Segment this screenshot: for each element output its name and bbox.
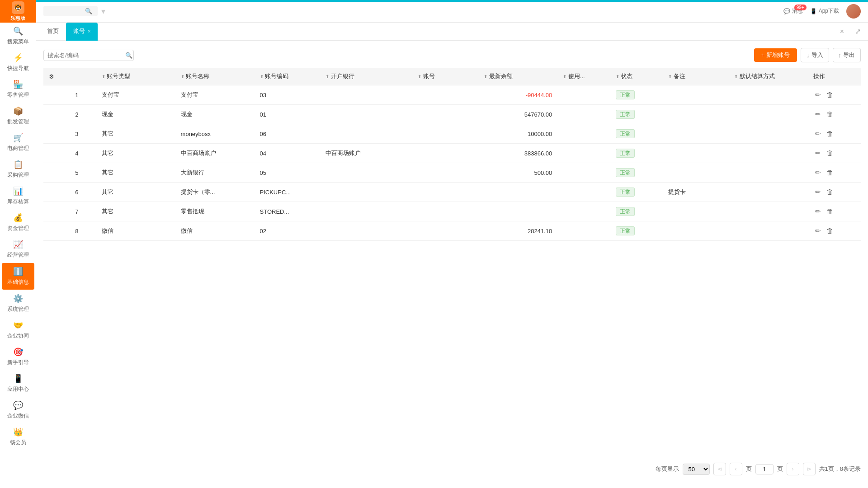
row-bank bbox=[320, 105, 412, 124]
delete-button[interactable]: 🗑 bbox=[825, 226, 835, 235]
edit-button[interactable]: ✏ bbox=[813, 187, 823, 197]
tab-action-close[interactable]: × bbox=[836, 26, 848, 38]
col-bank[interactable]: ⬆ 开户银行 bbox=[320, 68, 412, 85]
sidebar-item-business[interactable]: 📈 经营管理 bbox=[0, 236, 36, 263]
table-row: 5 其它 大新银行 05 500.00 正常 ✏ 🗑 bbox=[43, 163, 861, 183]
edit-button[interactable]: ✏ bbox=[813, 148, 823, 158]
sidebar-item-ecommerce[interactable]: 🛒 电商管理 bbox=[0, 129, 36, 156]
col-name[interactable]: ⬆ 账号名称 bbox=[175, 68, 255, 85]
delete-button[interactable]: 🗑 bbox=[825, 168, 835, 177]
row-status: 正常 bbox=[610, 183, 663, 202]
col-account[interactable]: ⬆ 账号 bbox=[412, 68, 478, 85]
col-no bbox=[70, 68, 96, 85]
row-setting bbox=[43, 163, 70, 183]
col-type[interactable]: ⬆ 账号类型 bbox=[96, 68, 175, 85]
row-actions: ✏ 🗑 bbox=[808, 105, 861, 124]
row-balance: 10000.00 bbox=[478, 124, 557, 144]
sidebar-item-app-center[interactable]: 📱 应用中心 bbox=[0, 370, 36, 397]
tab-action-expand[interactable]: ⤢ bbox=[851, 25, 864, 38]
topbar-search-input[interactable] bbox=[47, 8, 83, 14]
topbar-left: 🔍 ▾ bbox=[43, 6, 105, 16]
export-button[interactable]: ↑ 导出 bbox=[833, 48, 861, 62]
col-status[interactable]: ⬆ 状态 bbox=[610, 68, 663, 85]
col-default[interactable]: ⬆ 默认结算方式 bbox=[729, 68, 808, 85]
avatar[interactable] bbox=[846, 4, 861, 19]
col-type-sort-icon: ⬆ bbox=[102, 74, 105, 79]
tab-close-icon[interactable]: × bbox=[88, 28, 90, 34]
app-download-button[interactable]: 📱 App下载 bbox=[810, 7, 839, 15]
next-page-button[interactable]: › bbox=[787, 463, 799, 475]
col-bank-sort-icon: ⬆ bbox=[326, 74, 329, 79]
delete-button[interactable]: 🗑 bbox=[825, 90, 835, 99]
col-usage[interactable]: ⬆ 使用... bbox=[557, 68, 610, 85]
finance-icon: 💰 bbox=[13, 213, 23, 223]
add-account-button[interactable]: + 新增账号 bbox=[754, 48, 797, 62]
sidebar-item-basic-info[interactable]: ℹ️ 基础信息 bbox=[2, 263, 34, 290]
delete-button[interactable]: 🗑 bbox=[825, 129, 835, 138]
search-input[interactable] bbox=[47, 52, 123, 59]
prev-page-button[interactable]: ‹ bbox=[730, 463, 742, 475]
row-name: 微信 bbox=[175, 221, 255, 241]
message-button[interactable]: 💬 消息 99+ bbox=[783, 7, 803, 15]
app-download-label: App下载 bbox=[819, 7, 839, 15]
sidebar-item-member[interactable]: 👑 畅会员 bbox=[0, 423, 36, 450]
row-account bbox=[412, 105, 478, 124]
guide-icon: 🎯 bbox=[13, 347, 23, 357]
first-page-button[interactable]: ⊲ bbox=[713, 463, 726, 475]
page-input[interactable] bbox=[755, 464, 774, 474]
row-setting bbox=[43, 85, 70, 105]
sidebar-item-search-menu[interactable]: 🔍 搜索菜单 bbox=[0, 23, 36, 49]
last-page-button[interactable]: ⊳ bbox=[803, 463, 816, 475]
sidebar-item-finance[interactable]: 💰 资金管理 bbox=[0, 209, 36, 236]
row-bank bbox=[320, 124, 412, 144]
wholesale-icon: 📦 bbox=[13, 106, 23, 116]
page-size-select[interactable]: 50 100 200 bbox=[683, 464, 710, 475]
row-bank bbox=[320, 85, 412, 105]
row-usage bbox=[557, 221, 610, 241]
toolbar: 🔍 + 新增账号 ↓ 导入 ↑ 导出 bbox=[43, 48, 861, 62]
tab-home[interactable]: 首页 bbox=[40, 23, 66, 41]
col-code[interactable]: ⬆ 账号编码 bbox=[255, 68, 321, 85]
sidebar-item-system[interactable]: ⚙️ 系统管理 bbox=[0, 290, 36, 317]
inventory-icon: 📊 bbox=[13, 186, 23, 196]
row-code: PICKUPC... bbox=[255, 183, 321, 202]
col-settings[interactable]: ⚙ bbox=[43, 68, 70, 85]
delete-button[interactable]: 🗑 bbox=[825, 206, 835, 216]
edit-button[interactable]: ✏ bbox=[813, 226, 823, 236]
sidebar-item-wholesale[interactable]: 📦 批发管理 bbox=[0, 103, 36, 129]
edit-button[interactable]: ✏ bbox=[813, 90, 823, 100]
import-button[interactable]: ↓ 导入 bbox=[801, 48, 829, 62]
sidebar-item-inventory[interactable]: 📊 库存核算 bbox=[0, 183, 36, 209]
row-default bbox=[729, 144, 808, 163]
topbar-dropdown-icon[interactable]: ▾ bbox=[101, 6, 105, 16]
row-name: 中百商场账户 bbox=[175, 144, 255, 163]
tab-account[interactable]: 账号 × bbox=[66, 23, 98, 41]
settings-icon[interactable]: ⚙ bbox=[49, 73, 54, 80]
edit-button[interactable]: ✏ bbox=[813, 168, 823, 178]
sidebar-item-guide[interactable]: 🎯 新手引导 bbox=[0, 343, 36, 370]
row-note bbox=[663, 144, 729, 163]
row-code: 01 bbox=[255, 105, 321, 124]
edit-button[interactable]: ✏ bbox=[813, 129, 823, 139]
topbar-search[interactable]: 🔍 bbox=[43, 6, 98, 16]
row-actions: ✏ 🗑 bbox=[808, 221, 861, 241]
sidebar-item-quick-nav[interactable]: ⚡ 快捷导航 bbox=[0, 49, 36, 76]
delete-button[interactable]: 🗑 bbox=[825, 187, 835, 197]
row-name: 支付宝 bbox=[175, 85, 255, 105]
edit-button[interactable]: ✏ bbox=[813, 206, 823, 216]
accounts-table: ⚙ ⬆ 账号类型 ⬆ 账号名称 ⬆ 账号编码 bbox=[43, 68, 861, 241]
sidebar: 🐯 乐惠版 🔍 搜索菜单 ⚡ 快捷导航 🏪 零售管理 📦 批发管理 🛒 电商管理… bbox=[0, 0, 36, 488]
row-actions: ✏ 🗑 bbox=[808, 85, 861, 105]
row-balance: 28241.10 bbox=[478, 221, 557, 241]
sidebar-item-enterprise[interactable]: 🤝 企业协同 bbox=[0, 317, 36, 343]
delete-button[interactable]: 🗑 bbox=[825, 109, 835, 119]
delete-button[interactable]: 🗑 bbox=[825, 148, 835, 158]
sidebar-item-retail[interactable]: 🏪 零售管理 bbox=[0, 76, 36, 103]
search-box[interactable]: 🔍 bbox=[43, 50, 134, 61]
app-download-icon: 📱 bbox=[810, 8, 817, 14]
sidebar-item-wechat[interactable]: 💬 企业微信 bbox=[0, 397, 36, 423]
col-note[interactable]: ⬆ 备注 bbox=[663, 68, 729, 85]
edit-button[interactable]: ✏ bbox=[813, 109, 823, 119]
sidebar-item-purchase[interactable]: 📋 采购管理 bbox=[0, 156, 36, 183]
col-balance[interactable]: ⬆ 最新余额 bbox=[478, 68, 557, 85]
